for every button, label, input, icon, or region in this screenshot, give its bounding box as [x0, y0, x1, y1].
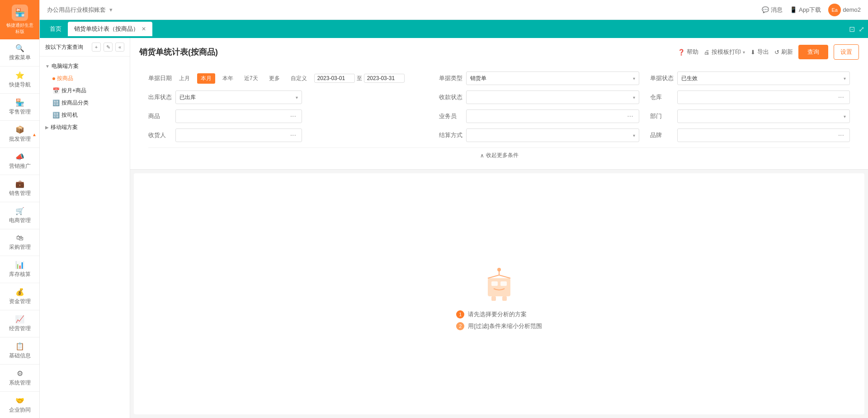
- filter-consignee: 收货人 ···: [148, 128, 428, 142]
- svg-rect-7: [491, 296, 496, 301]
- page-title-row: 销货单统计表(按商品) ❓ 帮助 🖨 按模板打印 ▾ ⬇: [139, 44, 859, 60]
- logo-subtitle: 标版: [15, 28, 24, 35]
- user-label: demo2: [843, 6, 861, 13]
- wholesale-icon: 📦: [15, 125, 24, 134]
- sidebar-item-marketing-label: 营销推广: [9, 162, 31, 170]
- doc-status-select[interactable]: 已生效 ▾: [677, 71, 850, 85]
- export-icon: ⬇: [750, 49, 755, 56]
- collapse-filters-button[interactable]: ∧ 收起更多条件: [148, 147, 850, 163]
- dept-select[interactable]: ▾: [677, 109, 850, 123]
- product-dots-icon[interactable]: ···: [288, 112, 298, 120]
- print-button[interactable]: 🖨 按模板打印 ▾: [704, 48, 745, 56]
- receipt-status-select[interactable]: ▾: [466, 90, 639, 104]
- tab-bar-right: ⊡ ⤢: [849, 25, 864, 33]
- ops-icon: 📈: [15, 315, 24, 323]
- sidebar-item-basic-label: 基础信息: [9, 352, 31, 360]
- corp-icon: 🤝: [15, 396, 24, 405]
- date-picker: 上月 本月 本年 近7天 更多 自定义 至: [175, 73, 428, 84]
- tree-item-by-month-product[interactable]: 📅 按月+商品: [40, 85, 130, 97]
- date-btn-more[interactable]: 更多: [265, 73, 283, 84]
- filter-doc-status: 单据状态 已生效 ▾: [650, 71, 850, 85]
- quick-nav-icon: ⭐: [15, 71, 24, 80]
- tip-1-text: 请先选择要分析的方案: [468, 310, 527, 318]
- date-range-sep: 至: [357, 75, 362, 82]
- sidebar-item-quick-nav[interactable]: ⭐ 快捷导航: [0, 66, 39, 94]
- message-button[interactable]: 💬 消息: [762, 6, 783, 14]
- sidebar-item-finance[interactable]: 💰 资金管理: [0, 283, 39, 310]
- doc-type-label: 单据类型: [439, 74, 466, 82]
- tab-minimize-icon[interactable]: ⊡: [849, 25, 855, 33]
- tab-report[interactable]: 销货单统计表（按商品） ✕: [68, 22, 152, 36]
- sidebar-item-retail[interactable]: 🏪 零售管理: [0, 94, 39, 121]
- doc-type-dropdown-icon: ▾: [633, 76, 635, 81]
- export-button[interactable]: ⬇ 导出: [750, 48, 769, 56]
- date-btn-this-month[interactable]: 本月: [197, 73, 215, 84]
- date-btn-custom[interactable]: 自定义: [287, 73, 311, 84]
- sidebar-item-finance-label: 资金管理: [9, 298, 31, 305]
- collapse-panel-button[interactable]: «: [115, 43, 124, 52]
- query-button[interactable]: 查询: [798, 45, 828, 59]
- sidebar-item-corp[interactable]: 🤝 企业协同: [0, 392, 39, 418]
- tree-desktop-section[interactable]: ▼ 电脑端方案: [40, 60, 130, 72]
- sidebar-item-purchase[interactable]: 🛍 采购管理: [0, 229, 39, 256]
- settings-button[interactable]: 设置: [834, 44, 859, 60]
- date-btn-last-month[interactable]: 上月: [175, 73, 193, 84]
- tab-home[interactable]: 首页: [43, 22, 68, 36]
- print-icon: 🖨: [704, 49, 710, 56]
- sidebar-item-ecommerce[interactable]: 🛒 电商管理: [0, 202, 39, 229]
- sidebar-item-basic[interactable]: 📋 基础信息: [0, 337, 39, 365]
- tree-item-by-category[interactable]: 🔠 按商品分类: [40, 97, 130, 109]
- tab-close-icon[interactable]: ✕: [142, 26, 146, 32]
- logo-title: 畅捷通好生意: [6, 22, 33, 28]
- tree-item-by-cashier-label: 按司机: [61, 111, 78, 119]
- svg-rect-4: [500, 281, 507, 286]
- sidebar-item-ops[interactable]: 📈 经营管理: [0, 310, 39, 337]
- sidebar-item-search[interactable]: 🔍 搜索菜单: [0, 39, 39, 66]
- breadcrumb-dropdown-icon[interactable]: ▾: [109, 6, 113, 13]
- sidebar-item-sales[interactable]: 💼 销售管理: [0, 175, 39, 202]
- search-icon: 🔍: [15, 44, 24, 52]
- warehouse-dots-icon[interactable]: ···: [836, 93, 846, 101]
- tree-item-by-cashier[interactable]: 🔠 按司机: [40, 109, 130, 121]
- sidebar-item-marketing[interactable]: 📣 营销推广: [0, 148, 39, 175]
- tree-mobile-section[interactable]: ▶ 移动端方案: [40, 121, 130, 133]
- out-status-select[interactable]: 已出库 ▾: [175, 90, 302, 104]
- tree-section: ▼ 电脑端方案 按商品 📅 按月+商品 🔠 按商品分类 🔠 按司机: [40, 57, 130, 137]
- doc-type-select[interactable]: 销货单 ▾: [466, 71, 639, 85]
- svg-rect-3: [491, 281, 498, 286]
- salesperson-dots-icon[interactable]: ···: [625, 112, 635, 120]
- tree-item-by-category-label: 按商品分类: [61, 99, 89, 107]
- sales-icon: 💼: [15, 180, 24, 188]
- consignee-dots-icon[interactable]: ···: [288, 131, 298, 139]
- sidebar-item-inventory[interactable]: 📊 库存核算: [0, 256, 39, 283]
- page-header: 销货单统计表(按商品) ❓ 帮助 🖨 按模板打印 ▾ ⬇: [130, 38, 868, 170]
- filter-dept: 部门 ▾: [650, 109, 850, 123]
- brand-dots-icon[interactable]: ···: [836, 131, 846, 139]
- product-label: 商品: [148, 112, 175, 120]
- filter-row-4: 收货人 ··· 结算方式 ▾: [148, 128, 850, 142]
- tab-maximize-icon[interactable]: ⤢: [859, 25, 864, 33]
- add-scheme-button[interactable]: +: [92, 43, 101, 52]
- date-start-input[interactable]: [314, 74, 355, 83]
- date-end-input[interactable]: [364, 74, 405, 83]
- user-profile[interactable]: Ea demo2: [828, 4, 861, 16]
- refresh-button[interactable]: ↺ 刷新: [774, 48, 793, 56]
- app-download-button[interactable]: 📱 App下载: [790, 6, 821, 14]
- app-logo: 🏪 畅捷通好生意 标版: [0, 0, 39, 39]
- sidebar-item-system[interactable]: ⚙ 系统管理: [0, 365, 39, 392]
- doc-status-dropdown-icon: ▾: [844, 76, 846, 81]
- sidebar-item-wholesale[interactable]: 📦 批发管理 ▲: [0, 121, 39, 148]
- dept-dropdown-icon: ▾: [844, 114, 846, 119]
- help-button[interactable]: ❓ 帮助: [678, 48, 698, 56]
- warehouse-label: 仓库: [650, 93, 677, 101]
- tip-2-text: 用[过滤]条件来缩小分析范围: [468, 322, 542, 330]
- edit-scheme-button[interactable]: ✎: [104, 43, 113, 52]
- payment-select[interactable]: ▾: [466, 128, 639, 142]
- date-btn-7days[interactable]: 近7天: [241, 73, 262, 84]
- collapse-label: 收起更多条件: [486, 152, 519, 159]
- sidebar: 🏪 畅捷通好生意 标版 🔍 搜索菜单 ⭐ 快捷导航 🏪 零售管理 📦 批发管理 …: [0, 0, 40, 418]
- out-status-value: 已出库: [179, 94, 196, 101]
- tree-item-by-product[interactable]: 按商品: [40, 72, 130, 85]
- date-btn-this-year[interactable]: 本年: [219, 73, 237, 84]
- date-range: 至: [314, 74, 405, 83]
